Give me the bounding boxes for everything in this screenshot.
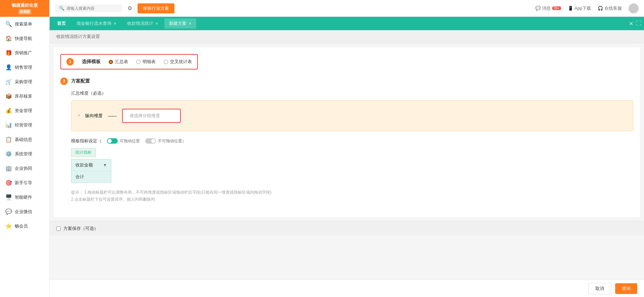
message-label: 消息: [542, 5, 551, 11]
sidebar-item-label: 畅会员: [15, 223, 28, 229]
tab-collection-stat[interactable]: 收款情况统计 ✕: [122, 18, 163, 29]
top-bar-right: 💬 消息 99+ 📱 App下载 🎧 在线客服: [535, 3, 639, 13]
hints-area: 提示： 1.拖动标题栏可以调整布局，不可跨维度或指标区域拖动栏目字段(只能在同一…: [71, 190, 633, 202]
sidebar-logo: 畅捷通好生意 标准版: [0, 0, 49, 17]
sidebar-item-label: 经营管理: [15, 122, 32, 128]
sidebar-item-label: 库存核算: [15, 93, 32, 99]
sidebar-item-basic[interactable]: 📋 基础信息: [0, 132, 49, 147]
radio-detail-input[interactable]: [136, 60, 141, 64]
sidebar-item-search[interactable]: 🔍 搜索菜单: [0, 17, 49, 31]
app-download-label: App下载: [575, 5, 591, 11]
building-icon: 🏢: [5, 165, 12, 171]
dimension-area: * 纵向维度 —— 请选择分组维度: [71, 100, 633, 131]
sidebar-item-corp[interactable]: 🏢 企业协同: [0, 161, 49, 176]
tab-new-plan-close[interactable]: ✕: [189, 21, 192, 26]
dim-section-title: 汇总维度（必选）: [71, 90, 633, 96]
content-area: 收款情况统计方案设置 1 选择模板 汇总表 明细表: [50, 30, 644, 280]
sidebar-item-quicknav[interactable]: 🏠 快捷导航: [0, 31, 49, 46]
radio-cross-input[interactable]: [164, 60, 168, 64]
chat-icon: 💬: [5, 208, 12, 215]
message-item[interactable]: 💬 消息 99+: [535, 5, 561, 11]
sidebar-item-label: 采购管理: [15, 79, 32, 85]
stat-row-0[interactable]: 收款金额 ▼: [71, 159, 111, 171]
radio-summary-label: 汇总表: [115, 59, 128, 65]
tab-bar: 首页 现金银行流水查询 ✕ 收款情况统计 ✕ 新建方案 ✕ ✕ ⛶: [50, 17, 644, 30]
query-button[interactable]: 查询: [615, 283, 637, 294]
chart-icon: 📊: [5, 122, 12, 128]
sidebar-item-hardware[interactable]: 🖥️ 智能硬件: [0, 190, 49, 204]
toggle-draggable[interactable]: [107, 138, 118, 144]
sidebar-item-sales[interactable]: 👤 销售管理: [0, 60, 49, 75]
radio-cross[interactable]: 交叉统计表: [164, 59, 192, 65]
app-download-item[interactable]: 📱 App下载: [568, 5, 591, 11]
user-avatar[interactable]: [629, 3, 639, 13]
toggle-group-draggable[interactable]: 可拖动位置: [107, 138, 140, 144]
main-area: 🔍 ⚙ 体验行业方案 💬 消息 99+ 📱 App下载 🎧 在线客服 首页: [50, 0, 644, 297]
step2-section: 2 方案配置 汇总维度（必选） * 纵向维度 —— 请选择分组维度: [60, 78, 633, 202]
radio-summary[interactable]: 汇总表: [109, 59, 128, 65]
hint-1: 提示： 1.拖动标题栏可以调整布局，不可跨维度或指标区域拖动栏目字段(只能在同一…: [71, 190, 633, 195]
bottom-bar: 取消 查询: [50, 280, 644, 297]
sidebar-item-inventory[interactable]: 📦 库存核算: [0, 89, 49, 103]
gift-icon: 🎁: [5, 50, 12, 56]
sidebar-item-purchase[interactable]: 🛒 采购管理: [0, 75, 49, 89]
sidebar-item-funds[interactable]: 💰 资金管理: [0, 103, 49, 118]
tab-new-plan-label: 新建方案: [169, 20, 186, 27]
page-body: 1 选择模板 汇总表 明细表 交叉统计表: [54, 47, 640, 217]
person-icon: 👤: [5, 64, 12, 70]
tab-bank-flow-label: 现金银行流水查询: [76, 20, 111, 27]
tab-home[interactable]: 首页: [52, 18, 70, 29]
sidebar-item-system[interactable]: ⚙️ 系统管理: [0, 147, 49, 161]
sidebar-item-label: 企业协同: [15, 165, 32, 171]
sidebar-item-operations[interactable]: 📊 经营管理: [0, 118, 49, 132]
tab-new-plan[interactable]: 新建方案 ✕: [164, 18, 196, 29]
tab-close-all-icon[interactable]: ✕: [629, 20, 633, 27]
radio-summary-input[interactable]: [109, 60, 113, 64]
search-icon: 🔍: [5, 21, 12, 27]
toggle-nondraggable[interactable]: [145, 138, 156, 144]
radio-detail[interactable]: 明细表: [136, 59, 156, 65]
tab-bank-flow[interactable]: 现金银行流水查询 ✕: [72, 18, 121, 29]
trial-button[interactable]: 体验行业方案: [138, 3, 174, 13]
tab-bar-right: ✕ ⛶: [629, 20, 641, 27]
page-header: 收款情况统计方案设置: [50, 30, 644, 43]
radio-detail-label: 明细表: [143, 59, 156, 65]
sidebar-item-wechat[interactable]: 💬 企业微信: [0, 204, 49, 219]
save-plan-checkbox[interactable]: [56, 227, 61, 231]
sidebar-item-label: 搜索菜单: [15, 21, 32, 27]
service-icon: 🎧: [598, 6, 603, 11]
settings-icon[interactable]: ⚙: [127, 5, 132, 11]
search-input[interactable]: [66, 6, 113, 11]
page-footer: 方案保存（可选）: [50, 221, 644, 236]
sidebar-item-member[interactable]: ⭐ 畅会员: [0, 219, 49, 233]
cancel-button[interactable]: 取消: [588, 283, 611, 294]
chevron-down-icon-0[interactable]: ▼: [103, 163, 107, 167]
page-header-title: 收款情况统计方案设置: [56, 34, 100, 39]
sidebar-item-guide[interactable]: 🎯 新手引导: [0, 176, 49, 190]
dim-selector[interactable]: 请选择分组维度: [122, 109, 181, 123]
search-box[interactable]: 🔍: [55, 4, 122, 12]
toggle-group-nondraggable[interactable]: 不可拖动位置）: [145, 138, 186, 144]
message-icon: 💬: [535, 6, 541, 11]
gear-icon: ⚙️: [5, 151, 12, 157]
sidebar-item-label: 资金管理: [15, 108, 32, 114]
sidebar-item-marketing[interactable]: 🎁 营销推广: [0, 46, 49, 60]
tab-expand-icon[interactable]: ⛶: [636, 20, 641, 27]
toggle-nondraggable-label: 不可拖动位置）: [158, 138, 186, 144]
star-icon: ⭐: [5, 223, 12, 229]
online-service-label: 在线客服: [604, 5, 622, 11]
online-service-item[interactable]: 🎧 在线客服: [598, 5, 622, 11]
stat-indicator-label: 统计指标: [71, 148, 96, 157]
sidebar-item-label: 快捷导航: [15, 36, 32, 42]
stat-row-1-label: 合计: [75, 174, 84, 180]
tab-collection-stat-close[interactable]: ✕: [155, 21, 158, 26]
step1-section: 1 选择模板 汇总表 明细表 交叉统计表: [60, 54, 633, 69]
stat-indicator-box: 收款金额 ▼ 合计: [71, 159, 111, 183]
top-bar: 🔍 ⚙ 体验行业方案 💬 消息 99+ 📱 App下载 🎧 在线客服: [50, 0, 644, 17]
indicator-header: 模板指标设定（ 可拖动位置 不可拖动位置）: [71, 138, 633, 144]
tab-bank-flow-close[interactable]: ✕: [113, 21, 116, 26]
step2-number: 2: [60, 78, 68, 85]
step2-header: 2 方案配置: [60, 78, 633, 85]
step1-number: 1: [66, 58, 74, 65]
stat-row-1: 合计: [71, 171, 111, 183]
